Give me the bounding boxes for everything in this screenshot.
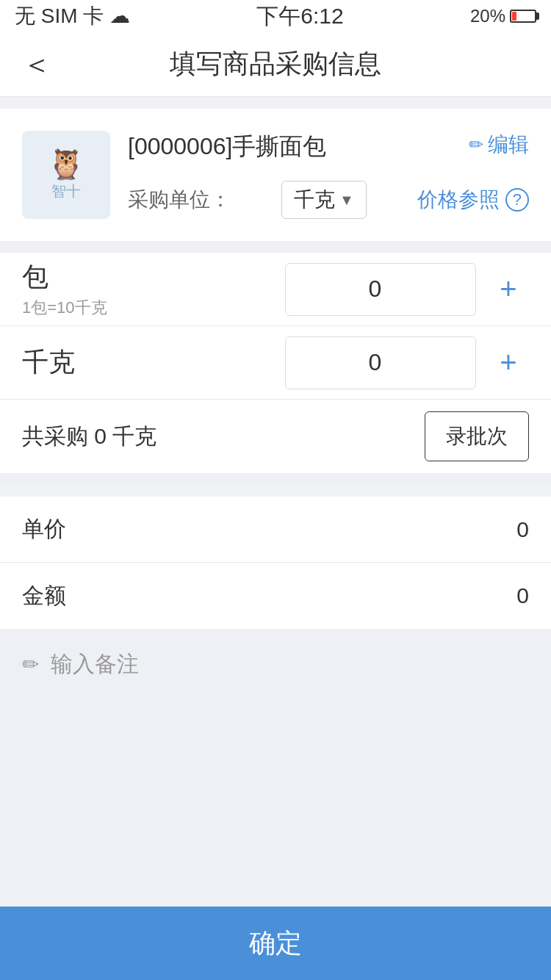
pencil-icon: ✏ bbox=[22, 652, 39, 677]
kg-label: 千克 bbox=[22, 345, 110, 381]
product-info: [0000006]手撕面包 ✏ 编辑 采购单位： 千克 ▼ 价格参照 ? bbox=[128, 131, 529, 219]
battery-fill bbox=[512, 12, 516, 21]
unit-value: 千克 bbox=[294, 186, 335, 214]
bag-label: 包 bbox=[22, 259, 110, 295]
edit-button[interactable]: ✏ 编辑 bbox=[469, 131, 529, 159]
price-ref-label: 价格参照 bbox=[417, 186, 500, 214]
content-spacer bbox=[0, 700, 551, 907]
dropdown-arrow-icon: ▼ bbox=[339, 192, 354, 209]
back-button[interactable]: ＜ bbox=[15, 37, 59, 92]
kg-plus-button[interactable]: + bbox=[488, 342, 529, 383]
product-image: 🦉 智十 bbox=[22, 131, 110, 219]
amount-row: 金额 0 bbox=[0, 563, 551, 629]
status-time: 下午6:12 bbox=[256, 1, 343, 32]
status-battery-area: 20% bbox=[470, 6, 536, 26]
product-card: 🦉 智十 [0000006]手撕面包 ✏ 编辑 采购单位： 千克 ▼ 价格参照 … bbox=[0, 109, 551, 241]
bag-input-wrap: + bbox=[110, 263, 529, 316]
nav-bar: ＜ 填写商品采购信息 bbox=[0, 32, 551, 97]
price-ref-button[interactable]: 价格参照 ? bbox=[417, 186, 529, 214]
status-bar: 无 SIM 卡 ☁ 下午6:12 20% bbox=[0, 0, 551, 32]
remark-placeholder: 输入备注 bbox=[51, 649, 139, 680]
price-info-section: 单价 0 金额 0 bbox=[0, 497, 551, 629]
product-logo: 🦉 智十 bbox=[37, 153, 96, 197]
unit-price-row: 单价 0 bbox=[0, 497, 551, 563]
page-title: 填写商品采购信息 bbox=[170, 46, 381, 82]
brand-text: 智十 bbox=[51, 181, 81, 201]
amount-value: 0 bbox=[516, 583, 529, 608]
edit-icon: ✏ bbox=[469, 134, 483, 155]
unit-price-value: 0 bbox=[516, 517, 529, 542]
status-signal: 无 SIM 卡 ☁ bbox=[15, 2, 130, 30]
remark-section[interactable]: ✏ 输入备注 bbox=[0, 629, 551, 700]
product-name-row: [0000006]手撕面包 ✏ 编辑 bbox=[128, 131, 529, 163]
unit-select[interactable]: 千克 ▼ bbox=[281, 181, 367, 219]
bag-input[interactable] bbox=[285, 263, 476, 316]
bag-label-area: 包 1包=10千克 bbox=[22, 259, 110, 319]
kg-input-wrap: + bbox=[110, 336, 529, 389]
bag-plus-button[interactable]: + bbox=[488, 269, 529, 310]
product-title: 手撕面包 bbox=[232, 133, 326, 159]
summary-row: 共采购 0 千克 录批次 bbox=[0, 400, 551, 473]
confirm-button[interactable]: 确定 bbox=[0, 907, 551, 980]
owl-icon: 🦉 bbox=[48, 149, 84, 179]
help-icon: ? bbox=[505, 188, 529, 212]
battery-icon bbox=[510, 10, 536, 23]
kg-input-row: 千克 + bbox=[0, 326, 551, 400]
summary-text: 共采购 0 千克 bbox=[22, 422, 156, 452]
kg-label-area: 千克 bbox=[22, 345, 110, 381]
bag-input-row: 包 1包=10千克 + bbox=[0, 253, 551, 326]
input-section: 包 1包=10千克 + 千克 + bbox=[0, 253, 551, 400]
bag-sublabel: 1包=10千克 bbox=[22, 297, 110, 319]
amount-label: 金额 bbox=[22, 581, 66, 611]
unit-label: 采购单位： bbox=[128, 186, 231, 214]
record-batch-button[interactable]: 录批次 bbox=[425, 411, 529, 461]
product-name: [0000006]手撕面包 bbox=[128, 131, 326, 163]
unit-price-label: 单价 bbox=[22, 514, 66, 544]
kg-input[interactable] bbox=[285, 336, 476, 389]
battery-percent: 20% bbox=[470, 6, 505, 26]
product-id: [0000006] bbox=[128, 133, 232, 159]
unit-row: 采购单位： 千克 ▼ 价格参照 ? bbox=[128, 181, 529, 219]
separator-2 bbox=[0, 473, 551, 485]
separator-1 bbox=[0, 241, 551, 253]
edit-label: 编辑 bbox=[488, 131, 529, 159]
